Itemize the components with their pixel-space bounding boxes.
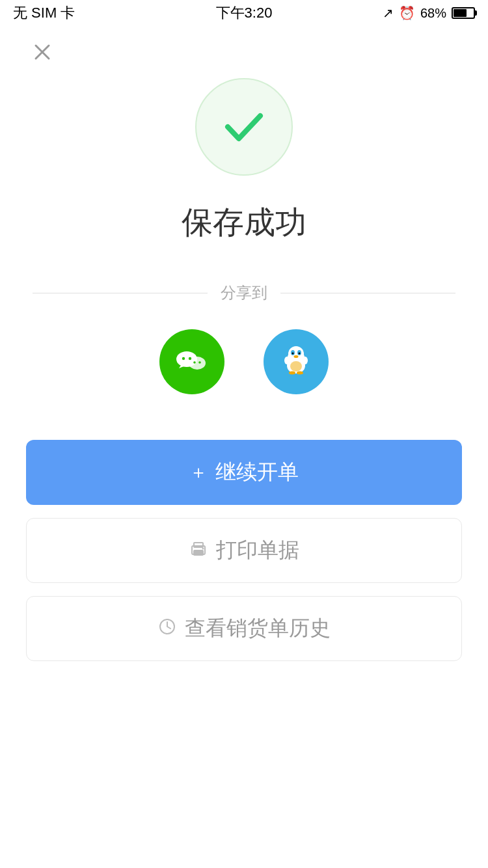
close-button[interactable]: [26, 36, 59, 68]
share-icons-container: [159, 329, 329, 394]
continue-button[interactable]: ＋ 继续开单: [26, 440, 462, 505]
clock-icon: [157, 617, 177, 641]
svg-point-18: [290, 361, 302, 372]
svg-point-15: [299, 353, 301, 355]
success-icon-circle: [195, 78, 293, 176]
continue-button-label: 继续开单: [215, 458, 299, 487]
svg-point-7: [193, 361, 196, 364]
action-buttons: ＋ 继续开单 打印单据: [0, 440, 488, 661]
svg-point-8: [198, 361, 201, 364]
wechat-icon: [172, 342, 211, 381]
svg-point-19: [284, 357, 290, 364]
svg-point-14: [292, 353, 294, 355]
location-icon: ↗: [383, 5, 394, 21]
divider-right: [280, 293, 455, 293]
svg-point-5: [182, 357, 185, 360]
svg-point-21: [289, 372, 295, 375]
svg-point-22: [297, 372, 303, 375]
divider-left: [33, 293, 208, 293]
success-title: 保存成功: [182, 202, 306, 243]
svg-rect-25: [194, 550, 203, 555]
svg-point-6: [189, 357, 191, 360]
status-left: 无 SIM 卡: [13, 3, 80, 23]
wechat-share-button[interactable]: [159, 329, 224, 394]
qq-share-button[interactable]: [264, 329, 329, 394]
history-button[interactable]: 查看销货单历史: [26, 596, 462, 661]
print-button[interactable]: 打印单据: [26, 518, 462, 583]
svg-point-27: [202, 547, 204, 549]
main-content: 保存成功 分享到: [0, 26, 488, 661]
checkmark-icon: [218, 100, 270, 154]
carrier-text: 无 SIM 卡: [13, 3, 75, 23]
svg-point-16: [294, 355, 299, 358]
share-divider: 分享到: [0, 282, 488, 303]
alarm-icon: ⏰: [399, 5, 415, 21]
printer-icon: [189, 539, 208, 563]
battery-percent: 68%: [420, 6, 446, 21]
history-button-label: 查看销货单历史: [185, 614, 331, 643]
qq-icon: [277, 342, 316, 381]
battery-icon: [452, 7, 475, 19]
share-divider-text: 分享到: [208, 282, 280, 303]
plus-icon: ＋: [189, 460, 208, 485]
print-button-label: 打印单据: [216, 536, 299, 565]
svg-point-20: [303, 357, 308, 364]
status-bar: 无 SIM 卡 下午3:20 ↗ ⏰ 68%: [0, 0, 488, 26]
time-display: 下午3:20: [216, 3, 273, 23]
status-right: ↗ ⏰ 68%: [383, 5, 475, 21]
